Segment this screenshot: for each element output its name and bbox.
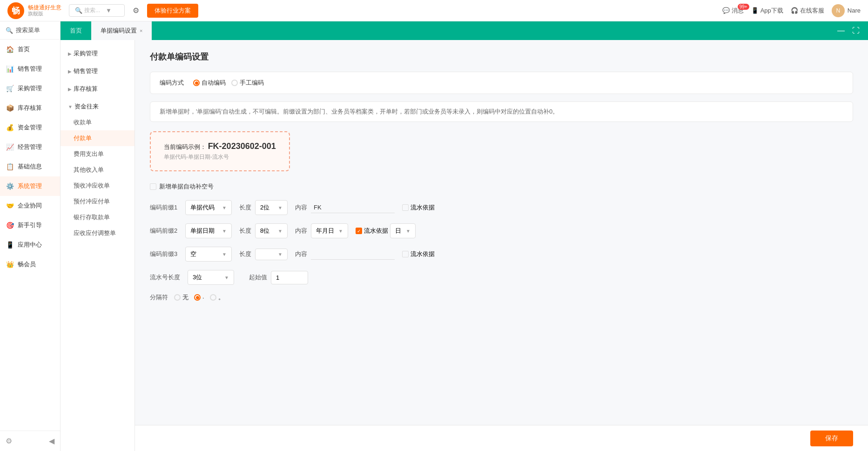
maximize-button[interactable]: ⛶	[849, 27, 862, 35]
length3-select[interactable]: ▼	[255, 249, 288, 260]
chevron-down-icon: ▼	[224, 275, 229, 280]
chevron-down-icon: ▼	[68, 104, 73, 109]
content1-input[interactable]	[311, 202, 395, 213]
tab-settings[interactable]: 单据编码设置 ×	[91, 21, 152, 40]
nav-search[interactable]: 🔍 搜索... ▼	[69, 4, 125, 17]
guide-icon: 🎯	[6, 221, 14, 229]
radio-auto-encode[interactable]: 自动编码	[193, 79, 226, 87]
page-title: 付款单编码设置	[150, 51, 853, 62]
serial3-checkbox[interactable]	[402, 251, 409, 257]
chevron-down-icon: ▼	[278, 205, 283, 210]
sidebar-item-guide[interactable]: 🎯 新手引导	[0, 215, 60, 235]
sub-nav-group-fund: ▼ 资金往来 收款单 付款单 费用支出单 其他收入单	[61, 99, 135, 241]
sep-none-option[interactable]: 无	[174, 293, 188, 302]
sub-nav-item-adjustment[interactable]: 应收应付调整单	[61, 225, 135, 241]
prefix3-select[interactable]: 空 ▼	[185, 247, 232, 262]
sep-none-radio	[174, 294, 181, 301]
prefix1-select[interactable]: 单据代码 ▼	[185, 200, 232, 215]
sidebar-item-cooperation[interactable]: 🤝 企业协同	[0, 196, 60, 215]
sep-dot-radio	[210, 294, 216, 301]
sub-nav-item-receipt[interactable]: 收款单	[61, 114, 135, 130]
sidebar: 🔍 搜索菜单 🏠 首页 📊 销售管理 🛒 采购管理 📦 库存核算 💰 资金管理 …	[0, 21, 61, 451]
sub-nav-group-inventory: ▶ 库存核算	[61, 81, 135, 97]
sidebar-item-system[interactable]: ⚙️ 系统管理	[0, 176, 60, 196]
app-download-button[interactable]: 📱 App下载	[751, 7, 783, 15]
minimize-button[interactable]: —	[834, 27, 848, 35]
sidebar-item-operations[interactable]: 📈 经营管理	[0, 137, 60, 157]
sidebar-item-inventory[interactable]: 📦 库存核算	[0, 98, 60, 118]
encode-method-label: 编码方式	[160, 79, 184, 87]
sub-nav-header-sales[interactable]: ▶ 销售管理	[61, 63, 135, 79]
tab-home[interactable]: 首页	[61, 21, 91, 40]
start-value-input[interactable]	[271, 271, 308, 284]
settings-icon[interactable]: ⚙	[6, 437, 12, 445]
top-bar-middle: 🔍 搜索... ▼ ⚙ 体验行业方案	[69, 3, 722, 18]
sidebar-item-fund[interactable]: 💰 资金管理	[0, 118, 60, 137]
sidebar-item-apps[interactable]: 📱 应用中心	[0, 235, 60, 255]
sidebar-item-basic[interactable]: 📋 基础信息	[0, 157, 60, 176]
main-layout: 🔍 搜索菜单 🏠 首页 📊 销售管理 🛒 采购管理 📦 库存核算 💰 资金管理 …	[0, 21, 868, 451]
sales-icon: 📊	[6, 65, 14, 73]
length2-select[interactable]: 8位 ▼	[255, 223, 288, 238]
prefix3-label: 编码前缀3	[150, 250, 178, 258]
sub-nav-header-inventory[interactable]: ▶ 库存核算	[61, 81, 135, 97]
sub-nav-item-bank[interactable]: 银行存取款单	[61, 209, 135, 225]
prefix2-label: 编码前缀2	[150, 227, 178, 235]
serial2-value-select[interactable]: 日 ▼	[390, 223, 416, 238]
sep-dash-radio	[194, 294, 201, 301]
sub-nav: ▶ 采购管理 ▶ 销售管理 ▶ 库存核算	[61, 40, 135, 451]
separator-label: 分隔符	[150, 293, 168, 302]
sub-nav-item-other-income[interactable]: 其他收入单	[61, 162, 135, 178]
sidebar-item-purchase[interactable]: 🛒 采购管理	[0, 79, 60, 98]
code-preview: 当前编码示例： FK-20230602-001 单据代码-单据日期-流水号	[150, 131, 290, 171]
serial1-checkbox[interactable]	[402, 204, 409, 211]
auto-fill-checkbox[interactable]	[150, 183, 156, 190]
prefix2-select[interactable]: 单据日期 ▼	[185, 223, 232, 238]
sub-nav-header-fund[interactable]: ▼ 资金往来	[61, 99, 135, 114]
cooperation-icon: 🤝	[6, 202, 14, 210]
length1-label: 长度	[239, 203, 251, 212]
solution-button[interactable]: 体验行业方案	[147, 4, 198, 18]
avatar: N	[832, 4, 845, 17]
service-icon: 🎧	[791, 7, 798, 14]
online-service-button[interactable]: 🎧 在线客服	[791, 7, 824, 15]
length1-select[interactable]: 2位 ▼	[255, 200, 288, 215]
radio-manual-encode[interactable]: 手工编码	[231, 79, 264, 87]
info-text: 新增单据时，'单据编码'自动生成，不可编辑。前缀设置为部门、业务员等档案类，开单…	[150, 101, 853, 122]
content2-select[interactable]: 年月日 ▼	[311, 223, 348, 238]
content3-group: 内容	[295, 249, 395, 260]
prefix3-row: 编码前缀3 空 ▼ 长度 ▼ 内	[150, 247, 853, 262]
user-profile[interactable]: N Nare	[832, 4, 861, 17]
member-icon: 👑	[6, 260, 14, 269]
sub-nav-header-purchase[interactable]: ▶ 采购管理	[61, 46, 135, 61]
chevron-down-icon: ▼	[222, 205, 227, 210]
sidebar-item-member[interactable]: 👑 畅会员	[0, 255, 60, 274]
gear-button[interactable]: ⚙	[128, 3, 143, 18]
sub-nav-item-pre-collect[interactable]: 预收冲应收单	[61, 178, 135, 194]
logo-text: 畅捷通好生意 旗舰版	[28, 4, 61, 17]
sep-dash-option[interactable]: ·	[194, 294, 204, 301]
save-bar: 保存	[135, 425, 868, 451]
save-button[interactable]: 保存	[810, 431, 853, 446]
prefix1-row: 编码前缀1 单据代码 ▼ 长度 2位 ▼	[150, 200, 853, 215]
content3-input[interactable]	[311, 249, 395, 260]
sidebar-item-home[interactable]: 🏠 首页	[0, 40, 60, 59]
sub-nav-item-payment[interactable]: 付款单	[61, 130, 135, 146]
collapse-icon[interactable]: ◀	[49, 437, 54, 445]
sidebar-search[interactable]: 🔍 搜索菜单	[0, 21, 60, 40]
serial3-group: 流水依据	[402, 250, 435, 258]
sidebar-bottom: ⚙ ◀	[0, 431, 60, 451]
apps-icon: 📱	[6, 241, 14, 249]
serial1-group: 流水依据	[402, 203, 435, 212]
sub-nav-item-pre-pay[interactable]: 预付冲应付单	[61, 194, 135, 209]
sub-nav-item-expense[interactable]: 费用支出单	[61, 146, 135, 162]
content3-label: 内容	[295, 250, 307, 258]
tab-close-icon[interactable]: ×	[140, 28, 142, 34]
sep-dot-option[interactable]: 。	[210, 293, 224, 302]
message-button[interactable]: 💬 消息 99+	[722, 7, 744, 15]
sidebar-item-sales[interactable]: 📊 销售管理	[0, 59, 60, 79]
chevron-down-icon: ▼	[278, 229, 283, 234]
chevron-right-icon: ▶	[68, 69, 72, 74]
serial-length-select[interactable]: 3位 ▼	[188, 270, 234, 285]
serial2-checkbox[interactable]: ✓	[356, 228, 362, 234]
